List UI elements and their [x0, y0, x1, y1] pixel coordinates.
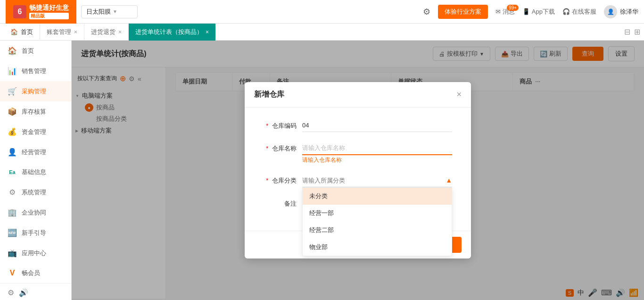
tab-expand-icon[interactable]: ⊞: [634, 27, 640, 36]
service-item[interactable]: 🎧 在线客服: [562, 8, 596, 16]
code-required-star: *: [266, 122, 268, 129]
sidebar-item-inventory-label: 库存核算: [22, 108, 46, 116]
sidebar-item-system-label: 系统管理: [22, 188, 46, 197]
logo-sub: 精品版: [29, 13, 69, 19]
tab-account-close[interactable]: ×: [74, 29, 77, 35]
tab-purchase-stats-close[interactable]: ×: [206, 29, 209, 35]
sidebar-item-apps[interactable]: 📺 应用中心: [0, 243, 71, 263]
system-sidebar-icon: ⚙: [8, 188, 17, 197]
dropdown-item-dept1[interactable]: 经营一部: [303, 205, 452, 222]
sidebar-item-purchase[interactable]: 🛒 采购管理: [0, 81, 71, 101]
settings-icon[interactable]: ⚙: [423, 7, 430, 17]
name-label: * 仓库名称: [264, 142, 297, 153]
code-label: * 仓库编码: [264, 119, 297, 130]
logo-title: 畅捷通好生意: [29, 4, 69, 12]
basic-sidebar-icon: Ea: [8, 169, 17, 175]
tab-purchase-stats[interactable]: 进货单统计表（按商品） ×: [129, 24, 216, 41]
message-icon: ✉: [495, 8, 501, 15]
sidebar-item-inventory[interactable]: 📦 库存核算: [0, 101, 71, 122]
modal-header: 新增仓库 ×: [245, 82, 471, 108]
logo-text: 畅捷通好生意 精品版: [29, 4, 69, 19]
sidebar-audio-icon[interactable]: 🔊: [19, 288, 28, 297]
modal-close-button[interactable]: ×: [456, 90, 462, 100]
name-input-wrap: 请输入仓库名称: [302, 142, 452, 164]
dropdown-item-uncategorized[interactable]: 未分类: [303, 188, 452, 205]
operation-sidebar-icon: 👤: [8, 148, 17, 157]
category-dropdown-menu: 未分类 经营一部 经营二部 物业部: [302, 187, 452, 256]
tab-account-label: 账套管理: [47, 28, 71, 36]
sidebar-item-guide-label: 新手引导: [22, 229, 46, 237]
sidebar-item-finance[interactable]: 💰 资金管理: [0, 122, 71, 142]
new-warehouse-modal: 新增仓库 × * 仓库编码: [245, 82, 471, 258]
mobile-icon: 📱: [522, 8, 530, 15]
app-download-item[interactable]: 📱 App下载: [522, 8, 555, 16]
sidebar-item-apps-label: 应用中心: [22, 249, 46, 258]
sidebar-item-finance-label: 资金管理: [22, 128, 46, 136]
sidebar: 🏠 首页 📊 销售管理 🛒 采购管理 📦 库存核算 💰 资金管理 👤 经营管理 …: [0, 41, 72, 300]
user-avatar: 👤: [604, 5, 617, 18]
sidebar-item-enterprise[interactable]: 🏢 企业协同: [0, 202, 71, 223]
tab-purchase-return-label: 进货退货: [91, 28, 116, 36]
headset-icon: 🎧: [562, 8, 570, 15]
code-input-wrap: [302, 119, 452, 132]
category-dropdown-wrap: ▲ 未分类 经营一部 经营二部 物业部: [302, 174, 452, 187]
modal-title: 新增仓库: [254, 90, 284, 100]
dropdown-item-property[interactable]: 物业部: [303, 239, 452, 256]
home-icon: 🏠: [10, 28, 18, 35]
sales-sidebar-icon: 📊: [8, 67, 17, 75]
top-bar: 6 畅捷通好生意 精品版 日太阳膜 ▼ ⚙ 体验行业方案 ✉ 消息 99+ 📱 …: [0, 0, 644, 24]
tab-home-label: 首页: [21, 28, 33, 36]
main-layout: 🏠 首页 📊 销售管理 🛒 采购管理 📦 库存核算 💰 资金管理 👤 经营管理 …: [0, 41, 644, 300]
finance-sidebar-icon: 💰: [8, 127, 17, 136]
home-sidebar-icon: 🏠: [8, 46, 17, 55]
category-input[interactable]: [302, 177, 446, 184]
modal-body: * 仓库编码 * 仓库名称: [245, 108, 471, 231]
sidebar-item-purchase-label: 采购管理: [22, 87, 46, 96]
name-error-msg: 请输入仓库名称: [302, 156, 452, 164]
tab-bar: 🏠 首页 账套管理 × 进货退货 × 进货单统计表（按商品） × ⊟ ⊞: [0, 24, 644, 41]
sidebar-item-member-label: 畅会员: [22, 269, 40, 277]
sidebar-item-basic[interactable]: Ea 基础信息: [0, 162, 71, 182]
app-label: App下载: [532, 8, 555, 16]
sidebar-item-operation-label: 经营管理: [22, 148, 46, 157]
tab-account[interactable]: 账套管理 ×: [40, 24, 84, 41]
trial-button[interactable]: 体验行业方案: [438, 5, 488, 19]
tab-home[interactable]: 🏠 首页: [4, 24, 40, 41]
form-group-code: * 仓库编码: [264, 119, 452, 132]
sidebar-item-guide[interactable]: 🆕 新手引导: [0, 223, 71, 243]
tab-right-actions: ⊟ ⊞: [624, 27, 640, 36]
category-arrow-icon[interactable]: ▲: [446, 176, 452, 184]
user-area[interactable]: 👤 徐泽华: [604, 5, 638, 18]
sidebar-item-member[interactable]: V 畅会员: [0, 263, 71, 283]
name-input[interactable]: [302, 142, 452, 155]
logo-icon: 6: [13, 5, 26, 18]
category-dropdown[interactable]: ▲: [302, 174, 452, 187]
modal-overlay: 新增仓库 × * 仓库编码: [72, 41, 644, 300]
store-selector[interactable]: 日太阳膜 ▼: [81, 5, 138, 18]
sidebar-settings-icon[interactable]: ⚙: [8, 288, 14, 297]
form-group-name: * 仓库名称 请输入仓库名称: [264, 142, 452, 164]
apps-sidebar-icon: 📺: [8, 249, 17, 258]
tab-purchase-return[interactable]: 进货退货 ×: [84, 24, 129, 41]
enterprise-sidebar-icon: 🏢: [8, 208, 17, 217]
tab-purchase-return-close[interactable]: ×: [118, 29, 122, 35]
form-group-category: * 仓库分类 ▲ 未分类 经营一部 经营二部: [264, 174, 452, 187]
sidebar-bottom: ⚙ 🔊: [0, 283, 71, 300]
store-name: 日太阳膜: [86, 8, 111, 16]
dropdown-item-dept2[interactable]: 经营二部: [303, 222, 452, 239]
logo-area: 6 畅捷通好生意 精品版: [6, 0, 76, 24]
sidebar-item-home[interactable]: 🏠 首页: [0, 41, 71, 61]
code-input[interactable]: [302, 119, 452, 132]
content-area: 进货单统计(按商品) 🖨 按模板打印 ▼ 📤 导出 🔄 刷新 查询 设置: [72, 41, 644, 300]
sidebar-item-enterprise-label: 企业协同: [22, 208, 46, 217]
purchase-sidebar-icon: 🛒: [8, 87, 17, 96]
sidebar-item-sales[interactable]: 📊 销售管理: [0, 61, 71, 81]
tab-minimize-icon[interactable]: ⊟: [624, 27, 630, 36]
top-icons: ✉ 消息 99+ 📱 App下载 🎧 在线客服: [495, 8, 596, 16]
sidebar-item-system[interactable]: ⚙ 系统管理: [0, 182, 71, 202]
sidebar-item-operation[interactable]: 👤 经营管理: [0, 142, 71, 162]
inventory-sidebar-icon: 📦: [8, 107, 17, 116]
name-required-star: *: [266, 145, 268, 152]
message-badge: 99+: [507, 5, 519, 11]
message-icon-item[interactable]: ✉ 消息 99+: [495, 8, 515, 16]
